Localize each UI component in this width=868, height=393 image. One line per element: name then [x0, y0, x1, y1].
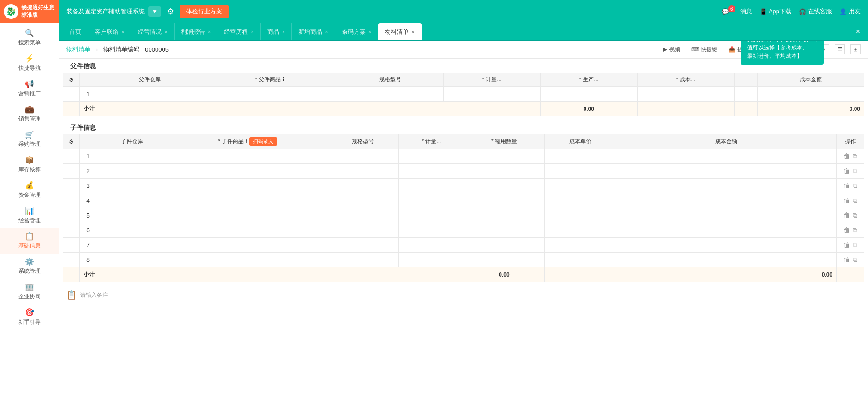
topbar-gear-icon[interactable]: ⚙ — [165, 5, 176, 18]
copy-icon[interactable]: ⧉ — [853, 182, 857, 190]
sidebar-item-marketing[interactable]: 📢 营销推广 — [0, 76, 59, 101]
child-row6-warehouse[interactable] — [96, 223, 168, 238]
parent-row1-warehouse[interactable] — [96, 87, 203, 102]
child-row5-quantity[interactable] — [464, 208, 544, 223]
tab-close-icon[interactable]: × — [282, 29, 285, 35]
child-row4-spec[interactable] — [327, 193, 399, 208]
video-btn[interactable]: ▶ 视频 — [660, 45, 683, 54]
child-row3-unit[interactable] — [399, 179, 464, 193]
sidebar-item-finance[interactable]: 💰 资金管理 — [0, 177, 59, 203]
scan-input-btn[interactable]: 扫码录入 — [249, 137, 277, 146]
copy-icon[interactable]: ⧉ — [853, 152, 857, 160]
delete-icon[interactable]: 🗑 — [844, 197, 850, 205]
grid-view-btn[interactable]: ☰ — [835, 44, 845, 54]
tab-close-icon[interactable]: × — [251, 29, 253, 35]
app-download-action[interactable]: 📱 App下载 — [760, 7, 791, 16]
child-row2-warehouse[interactable] — [96, 164, 168, 179]
child-row5-spec[interactable] — [327, 208, 399, 223]
parent-row1-cost[interactable] — [637, 87, 734, 102]
copy-icon[interactable]: ⧉ — [853, 212, 857, 219]
child-row7-warehouse[interactable] — [96, 238, 168, 253]
child-row6-spec[interactable] — [327, 223, 399, 238]
tab-new-products[interactable]: 新增商品 × — [292, 23, 335, 41]
message-action[interactable]: 💬 6 消息 — [722, 7, 752, 16]
child-row5-warehouse[interactable] — [96, 208, 168, 223]
child-row8-product[interactable] — [168, 253, 327, 267]
sidebar-item-guide[interactable]: 🎯 新手引导 — [0, 304, 59, 330]
tab-close-icon[interactable]: × — [368, 29, 371, 35]
child-row4-product[interactable] — [168, 193, 327, 208]
child-row7-product[interactable] — [168, 238, 327, 253]
tab-products[interactable]: 商品 × — [261, 23, 292, 41]
child-row2-quantity[interactable] — [464, 164, 544, 179]
tooltip-close-btn[interactable]: × — [814, 41, 817, 45]
child-row2-unit-cost[interactable] — [544, 164, 616, 179]
child-row5-product[interactable] — [168, 208, 327, 223]
child-row3-warehouse[interactable] — [96, 179, 168, 193]
child-row2-product[interactable] — [168, 164, 327, 179]
child-row3-product[interactable] — [168, 179, 327, 193]
user-action[interactable]: 👤 用友 — [839, 7, 861, 16]
parent-row1-spec[interactable] — [337, 87, 443, 102]
child-row8-warehouse[interactable] — [96, 253, 168, 267]
child-row7-quantity[interactable] — [464, 238, 544, 253]
child-row8-unit[interactable] — [399, 253, 464, 267]
child-row5-unit[interactable] — [399, 208, 464, 223]
tab-home[interactable]: 首页 — [63, 23, 88, 41]
child-row1-unit[interactable] — [399, 149, 464, 164]
sidebar-item-purchase[interactable]: 🛒 采购管理 — [0, 127, 59, 152]
service-action[interactable]: 🎧 在线客服 — [799, 7, 832, 16]
child-row6-unit-cost[interactable] — [544, 223, 616, 238]
child-row8-quantity[interactable] — [464, 253, 544, 267]
child-row7-unit-cost[interactable] — [544, 238, 616, 253]
sidebar-item-system[interactable]: ⚙️ 系统管理 — [0, 254, 59, 279]
copy-icon[interactable]: ⧉ — [853, 241, 857, 249]
child-row6-unit[interactable] — [399, 223, 464, 238]
child-row3-quantity[interactable] — [464, 179, 544, 193]
child-row4-quantity[interactable] — [464, 193, 544, 208]
copy-icon[interactable]: ⧉ — [853, 167, 857, 175]
sidebar-item-operations[interactable]: 📊 经营管理 — [0, 203, 59, 228]
copy-icon[interactable]: ⧉ — [853, 197, 857, 205]
sidebar-item-basic-info[interactable]: 📋 基础信息 — [0, 228, 59, 254]
delete-icon[interactable]: 🗑 — [844, 241, 850, 249]
child-row8-spec[interactable] — [327, 253, 399, 267]
child-row4-warehouse[interactable] — [96, 193, 168, 208]
copy-icon[interactable]: ⧉ — [853, 226, 857, 234]
child-row2-unit[interactable] — [399, 164, 464, 179]
close-all-tabs-btn[interactable]: ✕ — [852, 28, 864, 35]
child-row7-spec[interactable] — [327, 238, 399, 253]
shortcut-btn[interactable]: ⌨ 快捷键 — [688, 45, 720, 54]
expand-btn[interactable]: ⊞ — [850, 44, 861, 54]
child-row3-spec[interactable] — [327, 179, 399, 193]
tab-bom[interactable]: 物料清单 × — [378, 23, 421, 41]
child-row8-unit-cost[interactable] — [544, 253, 616, 267]
sidebar-item-search[interactable]: 🔍 搜索菜单 — [0, 25, 59, 50]
child-row5-unit-cost[interactable] — [544, 208, 616, 223]
child-row6-quantity[interactable] — [464, 223, 544, 238]
delete-icon[interactable]: 🗑 — [844, 152, 850, 160]
sidebar-item-quick-nav[interactable]: ⚡ 快捷导航 — [0, 50, 59, 76]
delete-icon[interactable]: 🗑 — [844, 167, 850, 175]
tab-profit[interactable]: 利润报告 × — [175, 23, 217, 41]
child-row1-unit-cost[interactable] — [544, 149, 616, 164]
child-row4-unit[interactable] — [399, 193, 464, 208]
delete-icon[interactable]: 🗑 — [844, 182, 850, 190]
parent-row1-product[interactable] — [203, 87, 337, 102]
child-row1-spec[interactable] — [327, 149, 399, 164]
child-row6-product[interactable] — [168, 223, 327, 238]
child-row1-warehouse[interactable] — [96, 149, 168, 164]
tab-close-icon[interactable]: × — [411, 29, 414, 35]
child-row1-product[interactable] — [168, 149, 327, 164]
note-placeholder[interactable]: 请输入备注 — [80, 291, 108, 299]
tab-operations[interactable]: 经营情况 × — [131, 23, 174, 41]
sidebar-item-sales[interactable]: 💼 销售管理 — [0, 101, 59, 127]
parent-th-settings[interactable]: ⚙ — [63, 73, 80, 87]
child-row7-unit[interactable] — [399, 238, 464, 253]
tab-barcode[interactable]: 条码方案 × — [335, 23, 378, 41]
child-row2-spec[interactable] — [327, 164, 399, 179]
child-row4-unit-cost[interactable] — [544, 193, 616, 208]
sidebar-item-enterprise[interactable]: 🏢 企业协同 — [0, 279, 59, 304]
trial-button[interactable]: 体验行业方案 — [180, 5, 229, 18]
tab-history[interactable]: 经营历程 × — [217, 23, 260, 41]
